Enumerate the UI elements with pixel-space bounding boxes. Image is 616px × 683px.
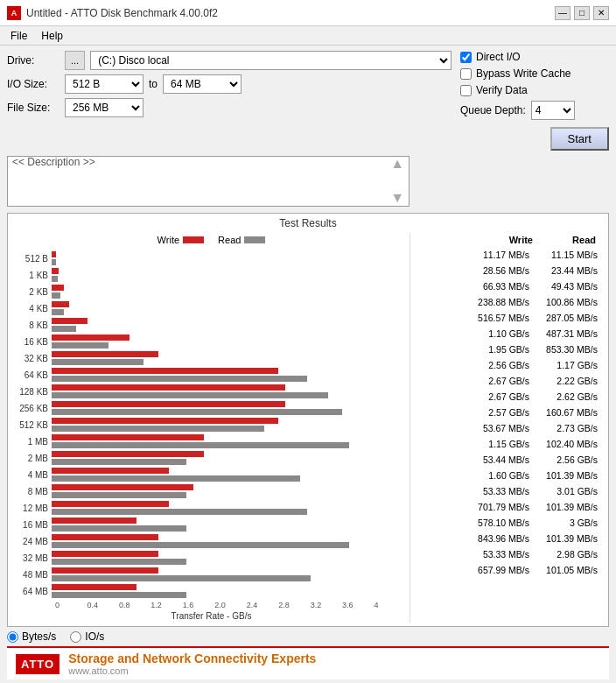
bar-row: 4 MB xyxy=(17,467,406,482)
filesize-label: File Size: xyxy=(7,102,60,114)
bar-group xyxy=(52,484,406,498)
result-row: 2.57 GB/s160.67 MB/s xyxy=(414,405,599,420)
bar-write xyxy=(52,351,158,357)
iosize-to-select[interactable]: 64 MB xyxy=(163,74,242,94)
bar-read xyxy=(52,376,307,382)
bar-row: 8 MB xyxy=(17,483,406,499)
bar-read xyxy=(52,442,349,448)
bar-row: 64 KB xyxy=(17,367,406,383)
bar-row: 32 MB xyxy=(17,550,406,566)
bar-label: 1 MB xyxy=(17,437,52,447)
result-row: 2.67 GB/s2.62 GB/s xyxy=(414,389,599,405)
result-read: 2.22 GB/s xyxy=(529,376,598,386)
bar-row: 1 MB xyxy=(17,433,406,449)
bar-read xyxy=(52,575,311,581)
bar-row: 16 MB xyxy=(17,517,406,532)
to-label: to xyxy=(149,78,158,90)
filesize-select[interactable]: 256 MB xyxy=(65,98,144,117)
bar-label: 2 MB xyxy=(17,454,52,463)
iosize-label: I/O Size: xyxy=(7,78,60,90)
restore-button[interactable]: □ xyxy=(574,6,590,20)
bar-group xyxy=(52,518,406,532)
direct-io-checkbox[interactable] xyxy=(460,52,472,63)
result-write: 53.67 MB/s xyxy=(461,423,529,433)
verify-data-checkbox[interactable] xyxy=(460,85,472,96)
result-write: 1.10 GB/s xyxy=(461,328,529,339)
drive-select[interactable]: (C:) Disco local xyxy=(90,51,452,70)
result-row: 1.60 GB/s101.39 MB/s xyxy=(414,468,599,483)
bar-group xyxy=(52,401,406,415)
bytes-radio[interactable] xyxy=(7,631,18,643)
queue-depth-select[interactable]: 4 xyxy=(531,101,575,120)
bar-write xyxy=(52,285,64,291)
result-row: 578.10 MB/s3 GB/s xyxy=(414,515,599,531)
legend-read: Read xyxy=(218,235,265,245)
result-row: 1.15 GB/s102.40 MB/s xyxy=(414,436,599,452)
x-tick: 3.2 xyxy=(311,601,342,609)
bar-label: 512 KB xyxy=(17,420,52,430)
bar-row: 128 KB xyxy=(17,384,406,399)
bar-read xyxy=(52,509,307,515)
unit-radio-row: Bytes/s IO/s xyxy=(0,630,616,643)
chart-results-container: Write Read 512 B1 KB2 KB4 KB8 KB16 KB32 … xyxy=(13,233,603,623)
result-read: 101.39 MB/s xyxy=(529,502,598,512)
x-axis-label: Transfer Rate - GB/s xyxy=(17,611,406,621)
start-button[interactable]: Start xyxy=(550,127,609,151)
result-write: 2.67 GB/s xyxy=(461,376,529,386)
result-read: 49.43 MB/s xyxy=(529,281,598,292)
bar-write xyxy=(52,584,136,590)
bar-row: 2 KB xyxy=(17,284,406,299)
bar-write xyxy=(52,534,158,540)
result-row: 28.56 MB/s23.44 MB/s xyxy=(414,263,599,278)
results-section: Test Results Write Read 512 B1 KB2 KB4 K… xyxy=(7,213,609,627)
x-tick: 1.2 xyxy=(150,601,182,609)
read-label: Read xyxy=(218,235,241,245)
banner: ATTO Storage and Network Connectivity Ex… xyxy=(7,646,609,679)
bar-row: 48 MB xyxy=(17,567,406,582)
result-read: 3 GB/s xyxy=(529,518,598,528)
bypass-cache-label: Bypass Write Cache xyxy=(476,67,571,80)
description-wrapper: << Description >> ▲ ▼ xyxy=(0,152,616,213)
results-rows: 11.17 MB/s11.15 MB/s28.56 MB/s23.44 MB/s… xyxy=(414,247,599,578)
result-row: 2.67 GB/s2.22 GB/s xyxy=(414,373,599,389)
bar-read xyxy=(52,326,76,332)
result-write: 701.79 MB/s xyxy=(461,502,529,512)
bar-read xyxy=(52,292,60,299)
bar-read xyxy=(52,426,264,432)
bypass-cache-checkbox[interactable] xyxy=(460,68,472,80)
bar-read xyxy=(52,459,186,465)
minimize-button[interactable]: — xyxy=(555,6,570,20)
bar-label: 12 MB xyxy=(17,503,52,513)
write-header: Write xyxy=(470,235,533,245)
verify-data-label: Verify Data xyxy=(476,84,528,96)
bar-write xyxy=(52,501,169,507)
description-input[interactable] xyxy=(7,156,410,207)
x-axis: 00.40.81.21.62.02.42.83.23.64 xyxy=(17,601,406,609)
iosize-from-select[interactable]: 512 B xyxy=(65,74,144,94)
close-button[interactable]: ✕ xyxy=(593,6,609,20)
menu-help[interactable]: Help xyxy=(34,28,70,44)
x-tick: 0 xyxy=(55,601,87,609)
menu-file[interactable]: File xyxy=(4,28,34,44)
bar-group xyxy=(52,318,406,332)
x-tick: 1.6 xyxy=(183,601,214,609)
bar-read xyxy=(52,492,186,498)
bar-write xyxy=(52,301,69,307)
banner-content: Storage and Network Connectivity Experts… xyxy=(68,651,316,676)
window-controls: — □ ✕ xyxy=(555,6,609,20)
result-read: 2.62 GB/s xyxy=(529,391,598,402)
result-row: 238.88 MB/s100.86 MB/s xyxy=(414,294,599,310)
result-row: 66.93 MB/s49.43 MB/s xyxy=(414,278,599,294)
drive-browse-button[interactable]: ... xyxy=(65,51,85,70)
io-radio[interactable] xyxy=(70,631,81,643)
result-write: 238.88 MB/s xyxy=(461,297,529,307)
result-read: 100.86 MB/s xyxy=(529,297,598,307)
bytes-radio-item: Bytes/s xyxy=(7,630,56,643)
drive-row: Drive: ... (C:) Disco local xyxy=(7,51,452,70)
result-row: 53.67 MB/s2.73 GB/s xyxy=(414,420,599,436)
bar-label: 24 MB xyxy=(17,537,52,546)
result-read: 853.30 MB/s xyxy=(529,344,598,355)
bar-read xyxy=(52,525,186,532)
result-write: 53.33 MB/s xyxy=(461,486,529,496)
result-row: 843.96 MB/s101.39 MB/s xyxy=(414,531,599,546)
